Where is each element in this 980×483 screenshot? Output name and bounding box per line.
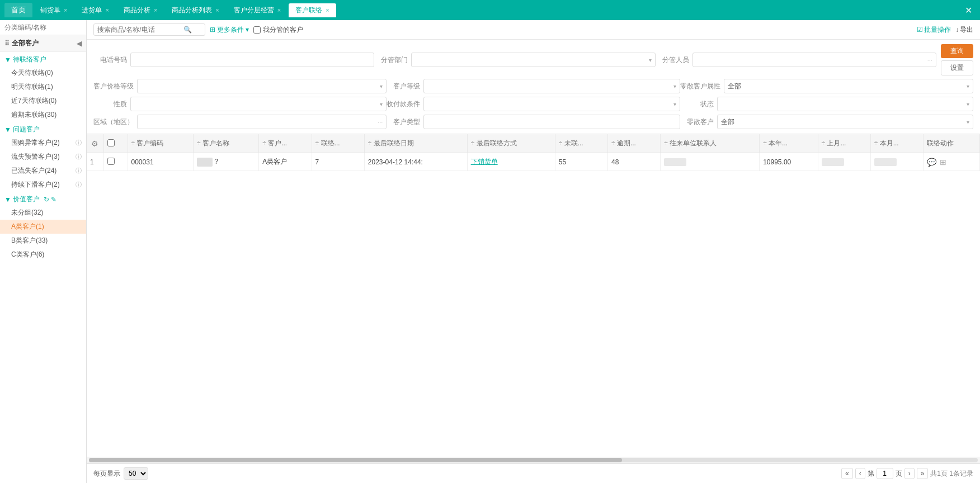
page-size-area: 每页显示 50 <box>93 467 148 480</box>
row-index: 1 <box>87 153 103 171</box>
row-checkbox <box>103 153 128 171</box>
nav-tab-customer-contact[interactable]: 客户联络 × <box>289 3 336 17</box>
nav-tab-home[interactable]: 首页 <box>4 3 32 17</box>
customer-code-cell: 000031 <box>128 153 193 171</box>
nav-tab-goods-analysis[interactable]: 商品分析 × <box>117 3 164 17</box>
export-button[interactable]: ↓ 导出 <box>955 25 973 35</box>
nature-label: 性质 <box>93 100 127 109</box>
horizontal-scrollbar[interactable] <box>87 457 980 463</box>
next-page-button[interactable]: › <box>904 468 915 479</box>
this-month-amount-cell <box>870 153 923 171</box>
contact-method-link[interactable]: 下销货单 <box>471 158 498 165</box>
close-customer-segment-icon[interactable]: × <box>277 7 281 13</box>
select-all-checkbox[interactable] <box>107 139 115 146</box>
page-number-input[interactable] <box>877 468 893 479</box>
company-contact-placeholder <box>664 158 686 166</box>
total-records-info: 共1页 1条记录 <box>930 469 973 479</box>
phone-field: 电话号码 <box>93 53 374 67</box>
sidebar-item-c-class[interactable]: C类客户(6) <box>0 248 86 262</box>
name-col-header[interactable]: ÷ 客户名称 <box>193 134 258 153</box>
sidebar-item-a-class[interactable]: A类客户(1) <box>0 220 86 234</box>
message-action-icon[interactable]: 💬 <box>927 158 936 167</box>
no-contact-col-header[interactable]: ÷ 未联... <box>555 134 607 153</box>
refresh-icon[interactable]: ↻ <box>44 196 49 203</box>
sidebar-item-declining[interactable]: 持续下滑客户(2) ⓘ <box>0 178 86 192</box>
nav-tab-goods-analysis-list[interactable]: 商品分析列表 × <box>165 3 225 17</box>
sidebar-item-b-class[interactable]: B类客户(33) <box>0 234 86 248</box>
sidebar-all-customers-header: ⠿ 全部客户 ◀ <box>0 35 86 52</box>
nature-select[interactable]: ▾ <box>130 97 387 111</box>
customer-type-col-header[interactable]: ÷ 客户... <box>259 134 312 153</box>
sidebar-item-7day-pending[interactable]: 近7天待联络(0) <box>0 94 86 108</box>
dept-select[interactable]: ▾ <box>411 53 655 67</box>
customer-type-select[interactable] <box>423 115 680 129</box>
sidebar-collapse-icon[interactable]: ◀ <box>77 40 82 48</box>
sidebar-item-churned[interactable]: 已流失客户(24) ⓘ <box>0 164 86 178</box>
sidebar-item-overdue-contact[interactable]: 逾期未联络(30) <box>0 108 86 122</box>
close-customer-contact-icon[interactable]: × <box>326 7 329 13</box>
region-label: 区域（地区） <box>93 117 134 127</box>
close-all-tabs-icon[interactable]: ✕ <box>962 4 976 17</box>
nav-tab-purchase[interactable]: 进货单 × <box>75 3 115 17</box>
close-purchase-icon[interactable]: × <box>105 7 109 13</box>
my-customers-checkbox[interactable]: 我分管的客户 <box>253 25 303 35</box>
more-conditions-btn[interactable]: ⊞ 更多条件 ▾ <box>210 25 249 35</box>
sidebar-section-pending[interactable]: ▼ 待联络客户 <box>0 52 86 66</box>
region-field: 区域（地区） ··· <box>93 115 387 129</box>
last-month-col-header[interactable]: ÷ 上月... <box>818 134 870 153</box>
status-select[interactable]: ▾ <box>717 97 973 111</box>
this-year-col-header[interactable]: ÷ 本年... <box>760 134 818 153</box>
page-navigation: « ‹ 第 页 › » 共1页 1条记录 <box>841 468 973 479</box>
payment-label: 收付款条件 <box>387 100 420 109</box>
person-select[interactable]: ··· <box>692 53 936 67</box>
last-contact-date-col-header[interactable]: ÷ 最后联络日期 <box>364 134 467 153</box>
advanced-filter-panel: 电话号码 分管部门 ▾ 分管人员 ··· 查询 <box>87 40 980 134</box>
person-dots: ··· <box>927 56 932 63</box>
sidebar-item-hoarding-anomaly[interactable]: 囤购异常客户(2) ⓘ <box>0 136 86 150</box>
nature-arrow-icon: ▾ <box>380 101 383 107</box>
sidebar-search-input[interactable] <box>4 23 87 31</box>
first-page-button[interactable]: « <box>841 468 853 479</box>
scrollbar-thumb[interactable] <box>89 458 622 462</box>
retail-attr-select[interactable]: 全部 ▾ <box>724 79 973 93</box>
my-customers-check[interactable] <box>253 26 261 34</box>
per-page-select[interactable]: 50 <box>124 467 148 480</box>
search-icon: 🔍 <box>183 26 192 34</box>
sidebar-section-problem[interactable]: ▼ 问题客户 <box>0 122 86 136</box>
qr-action-icon[interactable]: ⊞ <box>940 158 946 167</box>
sidebar-item-churn-warning[interactable]: 流失预警客户(3) ⓘ <box>0 150 86 164</box>
nav-tab-customer-segment[interactable]: 客户分层经营 × <box>227 3 288 17</box>
close-goods-analysis-list-icon[interactable]: × <box>215 7 219 13</box>
company-contact-col-header[interactable]: ÷ 往来单位联系人 <box>661 134 760 153</box>
last-page-button[interactable]: » <box>917 468 929 479</box>
phone-input[interactable] <box>130 53 374 67</box>
region-select[interactable]: ··· <box>137 115 387 129</box>
pagination-bar: 每页显示 50 « ‹ 第 页 › » 共1页 1条记录 <box>87 463 980 483</box>
close-sales-icon[interactable]: × <box>64 7 67 13</box>
sidebar-item-tomorrow-pending[interactable]: 明天待联络(1) <box>0 80 86 94</box>
search-input[interactable] <box>97 26 181 34</box>
batch-op-button[interactable]: ☑ 批量操作 <box>917 25 951 35</box>
sidebar-section-value[interactable]: ▼ 价值客户 ↻ ✎ <box>0 192 86 206</box>
prev-page-button[interactable]: ‹ <box>855 468 865 479</box>
retail-customer-select[interactable]: 全部 ▾ <box>717 115 973 129</box>
code-col-header[interactable]: ÷ 客户编码 <box>128 134 193 153</box>
sidebar-item-today-pending[interactable]: 今天待联络(0) <box>0 66 86 80</box>
column-settings-button[interactable]: ⚙ <box>91 139 98 148</box>
price-level-select[interactable]: ▾ <box>137 79 387 93</box>
query-button[interactable]: 查询 <box>941 44 973 58</box>
table-header-row: ⚙ ÷ 客户编码 ÷ 客户名称 <box>87 134 980 153</box>
last-contact-method-col-header[interactable]: ÷ 最后联络方式 <box>467 134 555 153</box>
payment-select[interactable]: ▾ <box>423 97 680 111</box>
setting-button[interactable]: 设置 <box>941 60 973 75</box>
this-month-col-header[interactable]: ÷ 本月... <box>870 134 923 153</box>
edit-icon[interactable]: ✎ <box>51 196 56 203</box>
sidebar-item-ungrouped[interactable]: 未分组(32) <box>0 206 86 220</box>
customer-level-select[interactable]: ▾ <box>423 79 680 93</box>
nav-tab-sales[interactable]: 销货单 × <box>34 3 74 17</box>
contact-col-header[interactable]: ÷ 联络... <box>312 134 364 153</box>
close-goods-analysis-icon[interactable]: × <box>154 7 157 13</box>
row-select-checkbox[interactable] <box>107 158 115 165</box>
retail-attr-label: 零散客户属性 <box>680 82 720 91</box>
overdue-col-header[interactable]: ÷ 逾期... <box>608 134 661 153</box>
